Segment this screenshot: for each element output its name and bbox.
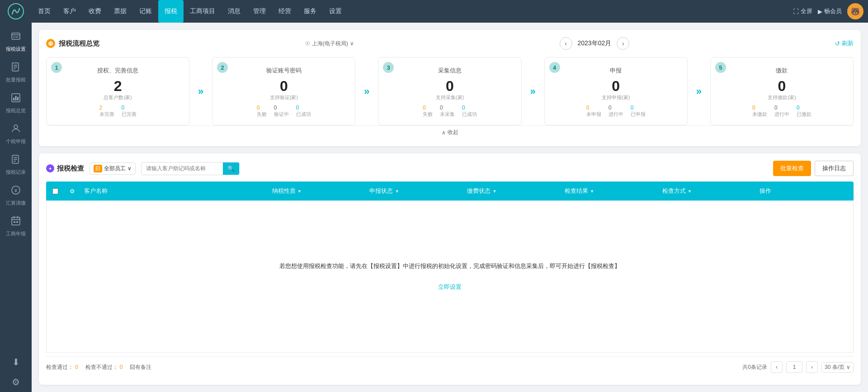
sidebar-download[interactable]: ⬇ — [0, 352, 32, 372]
arrow-icon-1: » — [198, 86, 203, 97]
tax-check-header: ✦ 报税检查 囧 全部员工 ∨ 🔍 批量检查 — [46, 161, 854, 176]
nav-client[interactable]: 客户 — [57, 0, 82, 23]
th-client-name: 客户名称 — [80, 182, 269, 201]
step-sub-1: 总客户数(家) — [104, 94, 132, 101]
content-area: ⊕ 报税流程总览 ☉ 上海(电子税局) ∨ ‹ 2023年02月 › ↺ 刷新 — [32, 23, 868, 392]
arrow-2-3: » — [355, 57, 378, 125]
nav-accounting[interactable]: 记账 — [133, 0, 158, 23]
stat-declared-4[interactable]: 0 已申报 — [631, 105, 646, 118]
stat-undeclared-4[interactable]: 0 未申报 — [586, 105, 601, 118]
next-month-btn[interactable]: › — [617, 37, 629, 50]
pass-value: 0 — [75, 364, 78, 370]
avatar[interactable]: 🐻 — [847, 3, 863, 19]
next-page-btn[interactable]: › — [806, 361, 818, 373]
total-records: 共0条记录 — [742, 363, 767, 371]
stat-paid-5[interactable]: 0 已缴款 — [797, 105, 811, 118]
step-sub-3: 支持采集(家) — [436, 94, 464, 101]
page-size-select[interactable]: 30 条/页 ∨ — [821, 362, 854, 373]
search-input[interactable] — [142, 163, 223, 174]
nav-tax[interactable]: 报税 — [158, 0, 184, 23]
nav-items: 首页 客户 收费 票据 记账 报税 工商项目 消息 管理 经营 服务 设置 — [32, 0, 793, 23]
settings2-icon: ⚙ — [12, 377, 20, 387]
nav-invoice[interactable]: 票据 — [108, 0, 133, 23]
stat-progress-4[interactable]: 0 进行中 — [609, 105, 623, 118]
stat-uncollected-3[interactable]: 0 未采集 — [440, 105, 455, 118]
stat-fail-2[interactable]: 0 失败 — [257, 105, 267, 118]
staff-select[interactable]: 囧 全部员工 ∨ — [90, 163, 136, 175]
stat-fail-3[interactable]: 0 失败 — [423, 105, 433, 118]
th-action: 操作 — [756, 182, 854, 201]
location-tag[interactable]: ☉ 上海(电子税局) ∨ — [305, 40, 354, 48]
sidebar-item-tax-overview[interactable]: 报税总览 — [0, 88, 32, 119]
stat-progress-5[interactable]: 0 进行中 — [774, 105, 789, 118]
sidebar-item-personal-tax[interactable]: 个税申报 — [0, 119, 32, 149]
dropdown-icon: ∨ — [350, 40, 354, 47]
flow-step-4: 4 申报 0 支持申报(家) 0 未申报 0 进行中 — [544, 57, 688, 125]
sidebar-item-tax-settings[interactable]: 报税设置 — [0, 26, 32, 57]
refresh-btn[interactable]: ↺ 刷新 — [835, 39, 854, 48]
step-num-1: 1 — [51, 62, 62, 73]
collapse-icon: ∧ — [442, 129, 446, 136]
settlement-icon: ¥ — [10, 185, 21, 198]
collapse-label: 收起 — [448, 129, 458, 136]
arrow-icon-2: » — [364, 86, 369, 97]
nav-fee[interactable]: 收费 — [82, 0, 108, 23]
personal-tax-icon — [10, 123, 21, 136]
fullscreen-btn[interactable]: ⛶ 全屏 — [793, 7, 812, 15]
sidebar-label-tax-overview: 报税总览 — [6, 107, 26, 114]
sidebar-item-batch-tax[interactable]: 批量报税 — [0, 57, 32, 88]
stat-unfilled[interactable]: 2 未完善 — [99, 105, 114, 118]
th-tax-nature[interactable]: 纳税性质 ▼ — [269, 182, 366, 201]
arrow-icon-4: » — [696, 86, 702, 97]
th-checkbox[interactable] — [46, 183, 64, 200]
stat-success-2[interactable]: 0 已成功 — [296, 105, 311, 118]
sidebar-item-annual-report[interactable]: 工商年报 — [0, 211, 32, 242]
search-box: 🔍 — [141, 162, 240, 175]
collapse-bar[interactable]: ∧ 收起 — [46, 125, 854, 139]
tax-check-card: ✦ 报税检查 囧 全部员工 ∨ 🔍 批量检查 — [39, 153, 861, 385]
top-navigation: 首页 客户 收费 票据 记账 报税 工商项目 消息 管理 经营 服务 设置 ⛶ … — [0, 0, 868, 23]
annual-report-icon — [10, 215, 21, 229]
sidebar-settings2[interactable]: ⚙ — [0, 372, 32, 392]
fail-stat[interactable]: 检查不通过： 0 — [85, 363, 123, 371]
sidebar-item-settlement[interactable]: ¥ 汇算清缴 — [0, 180, 32, 211]
stat-verifying-2[interactable]: 0 验证中 — [274, 105, 289, 118]
download-icon: ⬇ — [12, 357, 20, 368]
nav-manage[interactable]: 管理 — [247, 0, 272, 23]
batch-tax-icon — [10, 62, 21, 75]
svg-rect-11 — [15, 96, 17, 100]
nav-business[interactable]: 工商项目 — [184, 0, 222, 23]
sidebar-item-tax-record[interactable]: 报税记录 — [0, 149, 32, 180]
vip-btn[interactable]: ▶ 畅会员 — [818, 7, 842, 15]
nav-service[interactable]: 服务 — [297, 0, 323, 23]
month-navigation: ‹ 2023年02月 › — [560, 37, 630, 50]
stat-success-3[interactable]: 0 已成功 — [462, 105, 477, 118]
svg-rect-10 — [13, 98, 14, 100]
th-gear[interactable]: ⚙ — [64, 182, 80, 200]
instant-setup-link[interactable]: 立即设置 — [438, 283, 462, 290]
flow-step-3: 3 采集信息 0 支持采集(家) 0 失败 0 未采集 — [378, 57, 521, 125]
footer-stats: 检查通过： 0 检查不通过： 0 囧有备注 — [46, 363, 151, 371]
th-check-method[interactable]: 检查方式 ▼ — [659, 182, 756, 201]
prev-month-btn[interactable]: ‹ — [560, 37, 572, 50]
nav-settings[interactable]: 设置 — [323, 0, 348, 23]
search-button[interactable]: 🔍 — [223, 163, 239, 175]
nav-operation[interactable]: 经营 — [272, 0, 297, 23]
filter-payment-icon: ▼ — [492, 189, 497, 194]
main-layout: 报税设置 批量报税 报税总览 — [0, 23, 868, 392]
stat-filled[interactable]: 0 已完善 — [122, 105, 137, 118]
pass-stat[interactable]: 检查通过： 0 — [46, 363, 78, 371]
nav-home[interactable]: 首页 — [32, 0, 57, 23]
th-payment-status[interactable]: 缴费状态 ▼ — [463, 182, 561, 201]
nav-message[interactable]: 消息 — [222, 0, 247, 23]
step-num-4: 4 — [549, 62, 560, 73]
batch-check-button[interactable]: 批量检查 — [773, 161, 811, 176]
select-all-checkbox[interactable] — [52, 188, 58, 194]
stat-unpaid-5[interactable]: 0 未缴款 — [752, 105, 767, 118]
filter-declaration-icon: ▼ — [395, 189, 399, 194]
th-declaration-status[interactable]: 申报状态 ▼ — [366, 182, 463, 201]
svg-point-13 — [14, 125, 18, 129]
th-check-result[interactable]: 检查结果 ▼ — [561, 182, 659, 201]
prev-page-btn[interactable]: ‹ — [771, 361, 783, 373]
operation-log-button[interactable]: 操作日志 — [815, 161, 854, 176]
